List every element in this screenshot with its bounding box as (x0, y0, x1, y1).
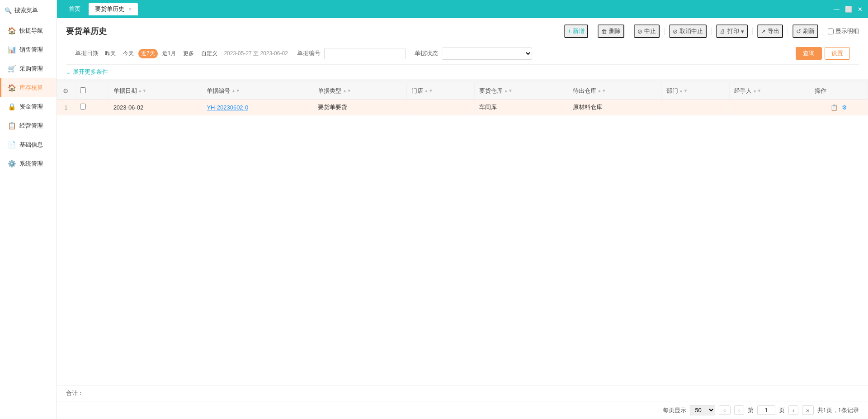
select-all-checkbox[interactable] (80, 87, 86, 93)
sidebar-label-sales: 销售管理 (19, 46, 43, 54)
sidebar: 🔍 搜索菜单 🏠快捷导航📊销售管理🛒采购管理🏠库存核算🔒资金管理📋经营管理📄基础… (0, 0, 57, 419)
add-button[interactable]: + 新增 (564, 24, 588, 38)
page-header: 要货单历史 + 新增 🗑 删除 ⊘ 中止 (57, 18, 868, 79)
settings-label: 设置 (831, 50, 843, 57)
date-shortcut-近7天[interactable]: 近7天 (138, 49, 158, 58)
date-shortcut-昨天[interactable]: 昨天 (102, 49, 118, 58)
row-edit-icon[interactable]: 📋 (830, 104, 838, 111)
export-label: 导出 (768, 27, 779, 35)
operation-icon: 📋 (8, 122, 16, 130)
expand-more-btn[interactable]: ⌄ 展开更多条件 (66, 68, 859, 76)
order-no-label: 单据编号 (297, 49, 321, 57)
system-icon: ⚙️ (8, 160, 16, 168)
summary-label: 合计： (66, 389, 84, 397)
sidebar-item-purchase[interactable]: 🛒采购管理 (0, 59, 57, 78)
sidebar-label-basic: 基础信息 (19, 141, 43, 149)
query-label: 查询 (803, 50, 815, 57)
sidebar-item-finance[interactable]: 🔒资金管理 (0, 97, 57, 116)
purchase-icon: 🛒 (8, 65, 16, 73)
tab-home-label: 首页 (69, 5, 80, 13)
delete-button[interactable]: 🗑 删除 (598, 24, 624, 38)
delete-label: 删除 (609, 27, 621, 35)
sidebar-nav: 🏠快捷导航📊销售管理🛒采购管理🏠库存核算🔒资金管理📋经营管理📄基础信息⚙️系统管… (0, 21, 57, 173)
tab-current[interactable]: 要货单历史 × (89, 3, 138, 15)
cell-shop (407, 100, 475, 115)
display-detail-checkbox[interactable] (828, 29, 834, 34)
cell-order-no: YH-20230602-0 (202, 100, 313, 115)
inventory-icon: 🏠 (8, 84, 16, 92)
date-range-display: 2023-05-27 至 2023-06-02 (224, 50, 288, 57)
print-label: 打印 (727, 27, 739, 35)
refresh-icon: ↺ (796, 28, 801, 35)
sidebar-label-finance: 资金管理 (19, 103, 43, 111)
settings-button[interactable]: 设置 (825, 47, 850, 60)
row-checkbox[interactable] (80, 104, 86, 110)
window-maximize[interactable]: ⬜ (845, 6, 852, 13)
prev-page-btn[interactable]: ‹ (734, 405, 744, 415)
sidebar-item-quick-nav[interactable]: 🏠快捷导航 (0, 21, 57, 40)
date-shortcut-近1月[interactable]: 近1月 (160, 49, 179, 58)
page-title-row: 要货单历史 + 新增 🗑 删除 ⊘ 中止 (66, 24, 859, 38)
print-button[interactable]: 🖨 打印 ▾ (716, 24, 748, 38)
display-detail-toggle[interactable]: 显示明细 (828, 27, 859, 35)
handler-sort-icon: ▲▼ (753, 89, 762, 93)
topbar-right: — ⬜ ✕ (834, 6, 863, 13)
cell-checkbox (75, 100, 108, 115)
status-label: 单据状态 (415, 49, 438, 57)
date-shortcuts: 昨天今天近7天近1月更多自定义 (102, 49, 220, 58)
cell-source-wh: 车间库 (475, 100, 568, 115)
sidebar-item-sales[interactable]: 📊销售管理 (0, 40, 57, 59)
refresh-button[interactable]: ↺ 刷新 (793, 24, 818, 38)
col-settings-icon[interactable]: ⚙ (63, 87, 69, 95)
date-shortcut-今天[interactable]: 今天 (120, 49, 137, 58)
col-checkbox (75, 83, 108, 100)
sidebar-item-basic[interactable]: 📄基础信息 (0, 135, 57, 154)
divider1 (593, 28, 593, 35)
expand-more-row: ⌄ 展开更多条件 (66, 65, 859, 79)
status-filter-group: 单据状态 (415, 48, 532, 60)
table-footer: 合计： (57, 385, 868, 401)
per-page-select[interactable]: 102050100 (690, 405, 715, 415)
first-page-btn[interactable]: « (719, 405, 730, 415)
tab-close-icon[interactable]: × (129, 6, 132, 12)
cancel-stop-label: 取消中止 (679, 27, 703, 35)
last-page-btn[interactable]: » (802, 405, 813, 415)
table-container: ⚙ 单据日期▲▼ 单据编号▲▼ 单据类型▲▼ 门店▲▼ 要货仓库▲▼ 待出仓库▲… (57, 83, 868, 385)
date-shortcut-自定义[interactable]: 自定义 (198, 49, 220, 58)
stop-button[interactable]: ⊘ 中止 (634, 24, 660, 38)
window-close[interactable]: ✕ (858, 6, 863, 13)
query-button[interactable]: 查询 (796, 47, 822, 60)
cell-type: 要货单要货 (313, 100, 407, 115)
order-no-filter-group: 单据编号 (297, 48, 406, 59)
divider7 (823, 28, 823, 35)
table-row[interactable]: 1 2023-06-02 YH-20230602-0 要货单要货 车间库 原材料… (57, 100, 868, 115)
sidebar-label-quick-nav: 快捷导航 (19, 27, 43, 35)
add-label: + 新增 (568, 27, 585, 35)
order-no-link[interactable]: YH-20230602-0 (207, 104, 248, 111)
date-shortcut-更多[interactable]: 更多 (180, 49, 197, 58)
page-number-input[interactable] (757, 405, 775, 415)
row-more-icon[interactable]: ⚙ (842, 104, 847, 111)
order-no-input[interactable] (324, 48, 406, 59)
sidebar-item-system[interactable]: ⚙️系统管理 (0, 154, 57, 173)
tab-home[interactable]: 首页 (62, 3, 87, 15)
status-select[interactable] (442, 48, 532, 60)
display-detail-label: 显示明细 (835, 27, 859, 35)
date-filter-group: 单据日期 昨天今天近7天近1月更多自定义 2023-05-27 至 2023-0… (75, 49, 288, 58)
cancel-stop-button[interactable]: ⊘ 取消中止 (669, 24, 707, 38)
refresh-label: 刷新 (803, 27, 815, 35)
sidebar-item-inventory[interactable]: 🏠库存核算 (0, 78, 57, 97)
shop-sort-icon: ▲▼ (424, 89, 433, 93)
col-type: 单据类型▲▼ (313, 83, 407, 100)
type-sort-icon: ▲▼ (342, 89, 351, 93)
content-area: 要货单历史 + 新增 🗑 删除 ⊘ 中止 (57, 18, 868, 419)
next-page-btn[interactable]: › (788, 405, 798, 415)
delete-icon: 🗑 (601, 28, 607, 35)
date-sort-icon: ▲▼ (138, 89, 147, 93)
export-button[interactable]: ↗ 导出 (757, 24, 783, 38)
window-minimize[interactable]: — (834, 6, 840, 13)
sidebar-item-operation[interactable]: 📋经营管理 (0, 116, 57, 135)
sidebar-search[interactable]: 🔍 搜索菜单 (0, 0, 57, 21)
page-unit: 页 (779, 406, 785, 414)
divider6 (788, 28, 788, 35)
